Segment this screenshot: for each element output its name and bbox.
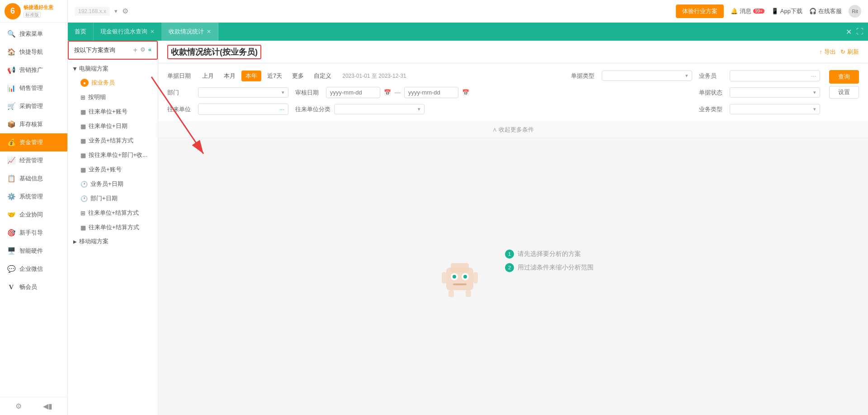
salesman-select[interactable]: ··· [730, 70, 820, 81]
doc-status-caret: ▾ [813, 90, 816, 95]
notification-action[interactable]: 🔔 消息 99+ [731, 7, 764, 15]
svg-rect-6 [453, 283, 467, 285]
member-icon: V [7, 283, 16, 292]
period-last-7-days[interactable]: 近7天 [263, 71, 286, 81]
doc-type-select[interactable]: ▾ [602, 71, 692, 81]
left-scheme-panel: 按以下方案查询 + ⚙ « ▶ 电脑端方案 ● 按业务员 [68, 41, 158, 415]
wechat-icon: 💬 [7, 264, 16, 274]
audit-date-to[interactable] [404, 87, 458, 98]
collapse-bar[interactable]: ∧ 收起更多条件 [158, 122, 868, 138]
period-this-month[interactable]: 本月 [220, 71, 240, 81]
active-dot-icon: ● [80, 79, 89, 87]
sidebar-settings-btn[interactable]: ⚙ [15, 402, 22, 410]
tab-close-window-btn[interactable]: ✕ [846, 28, 852, 36]
header-dropdown-icon[interactable]: ▾ [114, 8, 118, 14]
tab-maximize-btn[interactable]: ⛶ [856, 28, 863, 36]
counterparty-category-filter: 往来单位分类 ▾ [295, 104, 425, 114]
table-icon-3: ▦ [80, 152, 86, 159]
tree-item-counterparty-settlement1[interactable]: ⊞ 往来单位+结算方式 [68, 206, 158, 220]
sidebar-item-quicknav[interactable]: 🏠 快捷导航 [0, 43, 67, 61]
desktop-section-header[interactable]: ▶ 电脑端方案 [68, 62, 158, 75]
purchase-icon: 🛒 [7, 102, 16, 111]
tree-item-multi-filter[interactable]: ▦ 按往来单位+部门+收... [68, 148, 158, 162]
address-display: 192.168.x.x [75, 7, 110, 16]
counterparty-cat-caret: ▾ [418, 106, 420, 112]
date-period-group: 上月 本月 本年 近7天 更多 自定义 [198, 71, 335, 81]
counterparty-cat-select[interactable]: ▾ [334, 104, 425, 114]
sidebar-item-search[interactable]: 🔍 搜索菜单 [0, 25, 67, 43]
refresh-icon: ↻ [840, 48, 845, 55]
header-settings-icon[interactable]: ⚙ [122, 7, 128, 15]
tree-item-salesman-settlement[interactable]: ▦ 业务员+结算方式 [68, 133, 158, 148]
period-custom[interactable]: 自定义 [310, 71, 335, 81]
tree-item-salesman-account[interactable]: ▦ 业务员+账号 [68, 162, 158, 177]
logo-area: 6 畅捷通好生意 标准版 [0, 0, 67, 23]
tab-cashflow[interactable]: 现金银行流水查询 ✕ [94, 23, 162, 41]
refresh-btn[interactable]: ↻ 刷新 [840, 48, 859, 56]
calendar-icon-from[interactable]: 📅 [384, 89, 391, 96]
period-this-year[interactable]: 本年 [241, 71, 261, 81]
query-button[interactable]: 查询 [829, 70, 859, 84]
sidebar-item-purchase[interactable]: 🛒 采购管理 [0, 97, 67, 115]
sidebar-item-corp-collab[interactable]: 🤝 企业协同 [0, 206, 67, 224]
online-service-action[interactable]: 🎧 在线客服 [809, 7, 842, 15]
sidebar-item-guide[interactable]: 🎯 新手引导 [0, 224, 67, 242]
doc-status-select[interactable]: ▾ [730, 87, 820, 98]
dept-select[interactable]: ▾ [198, 87, 288, 98]
tree-item-dept-date[interactable]: 🕐 部门+日期 [68, 191, 158, 206]
app-download-action[interactable]: 📱 App下载 [771, 7, 802, 15]
tree-item-counterparty-date[interactable]: ▦ 往来单位+日期 [68, 119, 158, 133]
sidebar-item-marketing[interactable]: 📢 营销推广 [0, 61, 67, 79]
sidebar-item-member[interactable]: V 畅会员 [0, 278, 67, 296]
mobile-section-header[interactable]: ▶ 移动端方案 [68, 235, 158, 248]
scheme-add-btn[interactable]: + [133, 46, 137, 54]
counterparty-dots[interactable]: ··· [279, 106, 284, 113]
sidebar-item-system[interactable]: ⚙️ 系统管理 [0, 188, 67, 206]
empty-steps: 1 请先选择要分析的方案 2 用过滤条件来缩小分析范围 [505, 250, 594, 272]
scheme-settings-btn[interactable]: ⚙ [140, 46, 146, 54]
audit-date-from[interactable] [326, 87, 380, 98]
filter-settings-button[interactable]: 设置 [829, 86, 859, 99]
scheme-collapse-btn[interactable]: « [148, 46, 151, 54]
sidebar-item-finance[interactable]: 💰 资金管理 [0, 133, 67, 151]
period-more[interactable]: 更多 [288, 71, 308, 81]
scheme-header: 按以下方案查询 + ⚙ « [68, 41, 158, 60]
sidebar-item-basic-info[interactable]: 📋 基础信息 [0, 170, 67, 188]
doc-status-filter: 单据状态 ▾ [699, 87, 820, 98]
sidebar-item-wechat[interactable]: 💬 企业微信 [0, 260, 67, 278]
tree-item-detail[interactable]: ⊞ 按明细 [68, 90, 158, 104]
counterparty-select[interactable]: ··· [198, 104, 288, 115]
trial-button[interactable]: 体验行业方案 [676, 5, 724, 18]
tab-home[interactable]: 首页 [68, 23, 94, 41]
period-prev-month[interactable]: 上月 [198, 71, 218, 81]
business-type-select[interactable]: ▾ [730, 104, 820, 114]
grid-icon: ⊞ [80, 94, 85, 101]
tree-item-by-salesman[interactable]: ● 按业务员 [68, 75, 158, 90]
filter-row-3: 往来单位 ··· 往来单位分类 ▾ [167, 104, 820, 115]
svg-point-5 [463, 275, 467, 278]
sidebar-item-hardware[interactable]: 🖥️ 智能硬件 [0, 242, 67, 260]
date-range-display: 2023-01-01 至 2023-12-31 [342, 72, 406, 80]
svg-rect-8 [473, 272, 478, 283]
tab-collection[interactable]: 收款情况统计 ✕ [162, 23, 218, 41]
audit-date-filter: 审核日期 📅 — 📅 [295, 87, 469, 98]
calendar-icon-to[interactable]: 📅 [462, 89, 469, 96]
tab-collection-close[interactable]: ✕ [207, 28, 211, 35]
counterparty-filter: 往来单位 ··· [167, 104, 288, 115]
user-avatar[interactable]: Rit [849, 5, 861, 18]
tree-item-salesman-date[interactable]: 🕐 业务员+日期 [68, 177, 158, 191]
inventory-icon: 📦 [7, 120, 16, 129]
sidebar-item-operations[interactable]: 📈 经营管理 [0, 151, 67, 170]
tree-item-counterparty-account[interactable]: ▦ 往来单位+账号 [68, 104, 158, 119]
salesman-filter: 业务员 ··· [699, 70, 820, 81]
sidebar-item-sales[interactable]: 📊 销售管理 [0, 79, 67, 97]
mobile-scheme-section: ▶ 移动端方案 [68, 235, 158, 248]
export-btn[interactable]: ↑ 导出 [820, 48, 836, 56]
tab-cashflow-close[interactable]: ✕ [150, 28, 155, 35]
salesman-dots[interactable]: ··· [811, 72, 816, 79]
guide-icon: 🎯 [7, 228, 16, 237]
sidebar-item-inventory[interactable]: 📦 库存核算 [0, 115, 67, 133]
sidebar-collapse-btn[interactable]: ◀▮ [43, 402, 52, 410]
tree-item-counterparty-settlement2[interactable]: ▦ 往来单位+结算方式 [68, 220, 158, 235]
sidebar-nav: 🔍 搜索菜单 🏠 快捷导航 📢 营销推广 📊 销售管理 🛒 采购管理 📦 库存核… [0, 23, 67, 397]
